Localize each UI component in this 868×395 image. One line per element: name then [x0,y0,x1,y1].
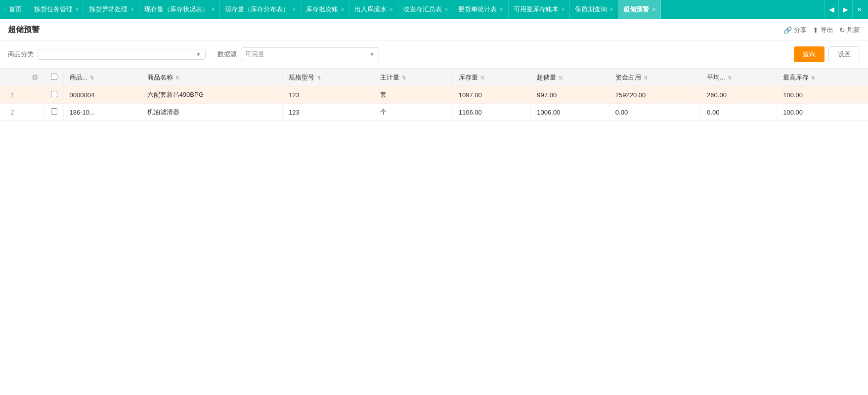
nav-tab-close-available-ledger[interactable]: × [562,6,564,12]
nav-close-arrow[interactable]: ✕ [852,0,866,19]
col-header-max_stock[interactable]: 最高库存⇅ [777,69,868,86]
page-title: 超储预警 [8,25,40,35]
nav-tab-available-ledger[interactable]: 可用量库存账本× [509,0,570,19]
sort-icon-product_code: ⇅ [90,75,94,80]
table-header: ⚙商品...⇅商品名称⇅规格型号⇅主计量⇅库存量⇅超储量⇅资金占用⇅平均...⇅… [0,69,868,86]
header-actions: 🔗 分享 ⬆ 导出 ↻ 刷新 [783,26,860,35]
col-sort-unit[interactable]: 主计量⇅ [380,73,446,82]
product-name-1: 机油滤清器 [141,104,282,121]
filter-buttons: 查询 设置 [794,46,860,62]
sort-icon-max_stock: ⇅ [811,75,815,80]
col-header-capital_occupied[interactable]: 资金占用⇅ [609,69,700,86]
table-row: 10000004六配套新昌490BPG123套1097.00997.002592… [0,86,868,104]
nav-tab-close-receipt-summary[interactable]: × [445,6,448,12]
nav-tab-inout-flow[interactable]: 出入库流水× [349,0,398,19]
nav-tab-close-pick-exception[interactable]: × [130,6,133,12]
col-header-spec[interactable]: 规格型号⇅ [283,69,374,86]
nav-tab-inventory-status[interactable]: 现存量（库存状况表）× [139,0,220,19]
data-source-select[interactable]: 可用量 ▼ [241,47,379,61]
sort-icon-avg: ⇅ [728,75,732,80]
nav-tab-close-inventory-status[interactable]: × [212,6,215,12]
nav-tab-home[interactable]: 首页 [2,0,29,19]
spec-0: 123 [283,86,374,104]
export-button[interactable]: ⬆ 导出 [813,26,833,35]
settings-gear-icon[interactable]: ⚙ [32,73,38,81]
col-label-spec: 规格型号 [289,73,314,82]
nav-tab-order-stats[interactable]: 要货单统计表× [453,0,508,19]
col-sort-stock[interactable]: 库存量⇅ [459,73,525,82]
row-settings-0 [25,86,44,104]
col-header-product_code[interactable]: 商品...⇅ [63,69,141,86]
max-stock-0: 100.00 [777,86,868,104]
nav-prev-arrow[interactable]: ◀ [825,0,838,19]
capital-occupied-1: 0.00 [609,104,700,121]
col-header-settings: ⚙ [25,69,44,86]
nav-tab-inventory-dist[interactable]: 现存量（库存分布表）× [220,0,301,19]
nav-tab-label-pick-exception: 拣货异常处理 [89,5,128,14]
col-sort-spec[interactable]: 规格型号⇅ [289,73,368,82]
unit-1: 个 [374,104,453,121]
table-row: 2186-10...机油滤清器123个1106.001006.000.000.0… [0,104,868,121]
product-category-select[interactable]: ▼ [38,49,206,60]
stock-1: 1106.00 [452,104,531,121]
col-label-capital_occupied: 资金占用 [615,73,641,82]
product-code-0: 0000004 [63,86,141,104]
col-sort-avg[interactable]: 平均...⇅ [707,73,771,82]
col-sort-product_code[interactable]: 商品...⇅ [70,73,135,82]
overstock-0: 997.00 [531,86,609,104]
nav-tab-receipt-summary[interactable]: 收发存汇总表× [398,0,453,19]
refresh-button[interactable]: ↻ 刷新 [839,26,860,35]
nav-tab-label-overstock-warning: 超储预警 [623,5,649,14]
col-label-product_code: 商品... [70,73,88,82]
nav-tab-close-batch-ledger[interactable]: × [341,6,344,12]
data-source-label: 数据源 [217,50,237,59]
col-header-stock[interactable]: 库存量⇅ [452,69,531,86]
share-icon: 🔗 [783,26,792,34]
data-source-chevron: ▼ [369,51,375,57]
nav-tab-close-order-stats[interactable]: × [500,6,503,12]
sort-icon-unit: ⇅ [402,75,406,80]
nav-tab-shelf-life[interactable]: 保质期查询× [570,0,618,19]
share-button[interactable]: 🔗 分享 [783,26,807,35]
nav-tab-batch-ledger[interactable]: 库存批次账× [301,0,349,19]
row-index-1: 2 [0,104,25,121]
nav-tab-label-inout-flow: 出入库流水 [354,5,387,14]
nav-tab-close-inout-flow[interactable]: × [390,6,392,12]
col-header-avg[interactable]: 平均...⇅ [701,69,777,86]
nav-tab-close-inventory-dist[interactable]: × [292,6,295,12]
filter-area: 商品分类 ▼ 数据源 可用量 ▼ 查询 设置 [0,40,868,69]
col-sort-capital_occupied[interactable]: 资金占用⇅ [615,73,694,82]
nav-tab-label-inventory-dist: 现存量（库存分布表） [225,5,289,14]
col-header-product_name[interactable]: 商品名称⇅ [141,69,282,86]
col-header-unit[interactable]: 主计量⇅ [374,69,453,86]
nav-tab-label-home: 首页 [9,5,22,14]
sort-icon-capital_occupied: ⇅ [644,75,648,80]
sort-icon-spec: ⇅ [317,75,321,80]
col-label-stock: 库存量 [459,73,478,82]
settings-button[interactable]: 设置 [828,46,860,62]
nav-tab-close-pick-task[interactable]: × [76,6,79,12]
col-header-overstock[interactable]: 超储量⇅ [531,69,609,86]
export-icon: ⬆ [813,26,819,34]
col-label-product_name: 商品名称 [147,73,173,82]
row-checkbox-0[interactable] [51,91,57,97]
col-sort-max_stock[interactable]: 最高库存⇅ [783,73,862,82]
nav-tab-pick-task[interactable]: 拣货任务管理× [29,0,84,19]
col-sort-overstock[interactable]: 超储量⇅ [537,73,603,82]
row-checkbox-1[interactable] [51,108,57,115]
col-label-max_stock: 最高库存 [783,73,809,82]
sort-icon-stock: ⇅ [480,75,484,80]
col-header-checkbox [44,69,63,86]
select-all-checkbox[interactable] [51,74,57,80]
nav-next-arrow[interactable]: ▶ [838,0,852,19]
data-source-value: 可用量 [245,50,264,59]
nav-tab-close-overstock-warning[interactable]: × [652,6,655,12]
nav-tab-overstock-warning[interactable]: 超储预警× [618,0,660,19]
nav-tab-pick-exception[interactable]: 拣货异常处理× [84,0,139,19]
nav-tab-close-shelf-life[interactable]: × [610,6,613,12]
product-name-0: 六配套新昌490BPG [141,86,282,104]
stock-0: 1097.00 [452,86,531,104]
row-settings-1 [25,104,44,121]
col-sort-product_name[interactable]: 商品名称⇅ [147,73,276,82]
query-button[interactable]: 查询 [794,46,825,62]
